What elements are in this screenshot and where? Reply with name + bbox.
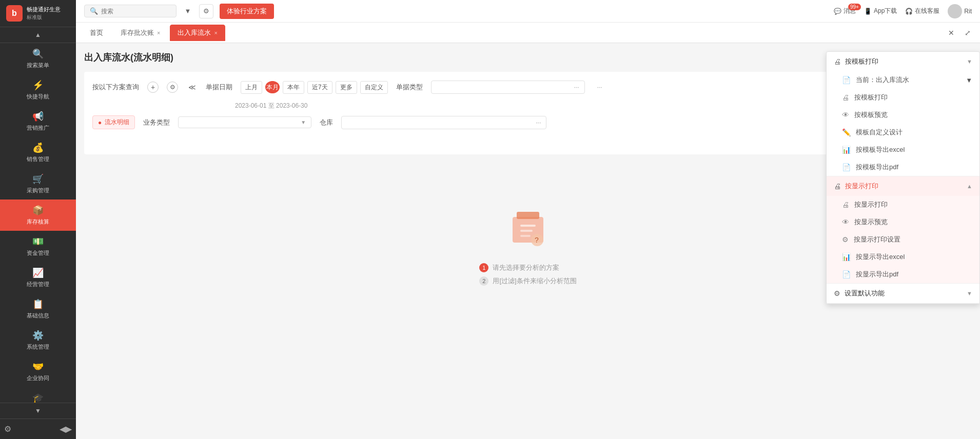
- settings-btn[interactable]: ⚙: [199, 4, 213, 18]
- dropdown-item-display-print-item[interactable]: 🖨 按显示打印: [827, 196, 979, 213]
- tab-inout-flow[interactable]: 出入库流水 ×: [170, 25, 225, 41]
- sidebar-label-quick-nav: 快捷导航: [27, 93, 49, 101]
- sidebar-item-system[interactable]: ⚙️ 系统管理: [0, 325, 76, 356]
- dropdown-item-label-current-template: 当前：出入库流水: [856, 75, 961, 85]
- scroll-up-btn[interactable]: ▲: [33, 29, 43, 41]
- sidebar-icon-guide: 🎓: [32, 392, 44, 403]
- voucher-more-btn[interactable]: ···: [574, 84, 579, 91]
- dropdown-item-label-template-export-pdf: 按模板导出pdf: [856, 163, 972, 172]
- tab-home[interactable]: 首页: [82, 25, 111, 41]
- search-dropdown-btn[interactable]: ▼: [183, 6, 193, 16]
- tab-home-label: 首页: [90, 28, 103, 37]
- close-tab-btn[interactable]: ✕: [945, 27, 957, 39]
- sidebar-item-guide[interactable]: 🎓 新手引导: [0, 387, 76, 403]
- search-input[interactable]: [101, 8, 163, 15]
- industry-btn[interactable]: 体验行业方案: [220, 4, 274, 19]
- sidebar-item-purchase[interactable]: 🛒 采购管理: [0, 168, 76, 199]
- dropdown-section-icon-set-default: ⚙: [834, 289, 840, 297]
- sidebar-bottom: ⚙ ◀▶: [0, 418, 76, 439]
- sidebar-item-inventory[interactable]: 📦 库存核算: [0, 199, 76, 231]
- dropdown-item-display-print-settings[interactable]: ⚙ 按显示打印设置: [827, 231, 979, 248]
- app-download-btn[interactable]: 📱 App下载: [864, 7, 897, 15]
- search-box[interactable]: 🔍: [84, 5, 177, 17]
- sidebar-item-enterprise[interactable]: 🤝 企业协同: [0, 356, 76, 387]
- filter-tag-icon: ●: [98, 119, 102, 126]
- dropdown-item-template-preview[interactable]: 👁 按模板预览: [827, 106, 979, 124]
- dropdown-section-header-template-print[interactable]: 🖨 按模板打印 ▼: [827, 52, 979, 71]
- sidebar-item-search[interactable]: 🔍 搜索菜单: [0, 43, 76, 74]
- date-more-btn[interactable]: 更多: [336, 81, 357, 94]
- dropdown-section-arrow-display-print: ▲: [967, 183, 972, 189]
- warehouse-more-btn[interactable]: ···: [536, 119, 541, 126]
- date-last-month-btn[interactable]: 上月: [241, 81, 262, 94]
- sidebar-item-quick-nav[interactable]: ⚡ 快捷导航: [0, 74, 76, 106]
- filter-expand-btn[interactable]: ≪: [186, 82, 198, 93]
- scroll-down-btn[interactable]: ▼: [33, 405, 43, 416]
- message-badge: 99+: [848, 4, 861, 10]
- date-this-month-btn[interactable]: 本月: [265, 81, 280, 93]
- dropdown-section-set-default: ⚙ 设置默认功能 ▼: [827, 284, 979, 304]
- dropdown-item-display-export-excel[interactable]: 📊 按显示导出excel: [827, 248, 979, 266]
- filter-tag-stream[interactable]: ● 流水明细: [92, 115, 135, 129]
- search-icon: 🔍: [90, 7, 98, 15]
- dropdown-item-template-export-excel[interactable]: 📊 按模板导出excel: [827, 141, 979, 158]
- date-custom-btn[interactable]: 自定义: [360, 81, 388, 94]
- tab-inventory-batch[interactable]: 库存批次账 ×: [113, 25, 168, 41]
- expand-tab-btn[interactable]: ⤢: [962, 27, 974, 39]
- date-7days-btn[interactable]: 近7天: [307, 81, 332, 94]
- tab-inventory-batch-close[interactable]: ×: [157, 30, 160, 36]
- dropdown-item-label-display-print-item: 按显示打印: [854, 200, 972, 209]
- dropdown-item-template-print-item[interactable]: 🖨 按模板打印: [827, 89, 979, 106]
- headset-icon: 🎧: [905, 8, 913, 15]
- tab-inout-flow-close[interactable]: ×: [214, 30, 217, 36]
- sidebar-item-sales[interactable]: 💰 销售管理: [0, 137, 76, 168]
- dropdown-section-label-template-print: 按模板打印: [845, 57, 878, 66]
- filter-dots: ···: [597, 84, 602, 91]
- topbar-right: 💬 消息 99+ 📱 App下载 🎧 在线客服 Rit: [834, 4, 972, 18]
- dropdown-item-display-preview[interactable]: 👁 按显示预览: [827, 213, 979, 231]
- business-type-label: 业务类型: [143, 118, 170, 127]
- app-logo: b 畅捷通好生意 标准版: [0, 0, 76, 27]
- tabs-actions: ✕ ⤢: [945, 27, 974, 39]
- phone-icon: 📱: [864, 8, 872, 15]
- business-type-select[interactable]: ▼: [178, 116, 311, 128]
- voucher-type-field[interactable]: ···: [431, 81, 585, 94]
- dropdown-section-label-set-default: 设置默认功能: [845, 289, 885, 298]
- message-btn[interactable]: 💬 消息 99+: [834, 7, 856, 15]
- user-menu[interactable]: Rit: [948, 4, 972, 18]
- dropdown-item-arrow-current-template: ▼: [966, 76, 972, 84]
- step-2-text: 用[过滤]条件来缩小分析范围: [493, 276, 576, 286]
- page-content: 出入库流水(流水明细) 🖨 按模板打印 ▲ ↑ 导出 ↻ 刷新 按以下方案查询 …: [76, 43, 980, 439]
- sidebar-icon-inventory: 📦: [32, 205, 44, 216]
- filter-settings-btn[interactable]: ⚙: [167, 82, 178, 93]
- filter-add-btn[interactable]: +: [147, 82, 159, 93]
- sidebar-item-basic-info[interactable]: 📋 基础信息: [0, 293, 76, 325]
- settings-icon[interactable]: ⚙: [4, 424, 11, 434]
- tabs-bar: 首页 库存批次账 × 出入库流水 × ✕ ⤢: [76, 23, 980, 43]
- sidebar-icon-operations: 📈: [32, 267, 44, 278]
- dropdown-section-header-display-print[interactable]: 🖨 按显示打印 ▲: [827, 176, 979, 196]
- sidebar-label-search: 搜索菜单: [27, 62, 49, 69]
- svg-text:?: ?: [535, 236, 539, 244]
- dropdown-section-header-set-default[interactable]: ⚙ 设置默认功能 ▼: [827, 284, 979, 303]
- dropdown-item-template-export-pdf[interactable]: 📄 按模板导出pdf: [827, 158, 979, 176]
- dropdown-item-current-template[interactable]: 📄 当前：出入库流水 ▼: [827, 71, 979, 89]
- online-service-btn[interactable]: 🎧 在线客服: [905, 7, 939, 15]
- collapse-sidebar-icon[interactable]: ◀▶: [60, 424, 72, 434]
- sidebar-icon-basic-info: 📋: [32, 298, 44, 310]
- date-this-year-btn[interactable]: 本年: [283, 81, 304, 94]
- main-area: 🔍 ▼ ⚙ 体验行业方案 💬 消息 99+ 📱 App下载 🎧 在线客服 Rit: [76, 0, 980, 439]
- warehouse-field[interactable]: ···: [341, 116, 546, 129]
- sidebar-item-operations[interactable]: 📈 经营管理: [0, 262, 76, 293]
- dropdown-item-template-custom[interactable]: ✏️ 模板自定义设计: [827, 124, 979, 141]
- sidebar-item-marketing[interactable]: 📢 营销推广: [0, 106, 76, 137]
- dropdown-section-arrow-set-default: ▼: [967, 290, 972, 296]
- dropdown-item-icon-display-print-item: 🖨: [842, 201, 849, 209]
- sidebar-item-finance[interactable]: 💵 资金管理: [0, 231, 76, 262]
- sidebar-label-system: 系统管理: [27, 343, 49, 351]
- dropdown-item-label-template-export-excel: 按模板导出excel: [856, 145, 972, 154]
- dropdown-item-display-export-pdf[interactable]: 📄 按显示导出pdf: [827, 266, 979, 283]
- dropdown-section-display-print: 🖨 按显示打印 ▲ 🖨 按显示打印 👁 按显示预览 ⚙ 按显示打印设置 📊: [827, 176, 979, 284]
- empty-step-2: 2 用[过滤]条件来缩小分析范围: [479, 276, 576, 286]
- svg-rect-1: [517, 212, 539, 219]
